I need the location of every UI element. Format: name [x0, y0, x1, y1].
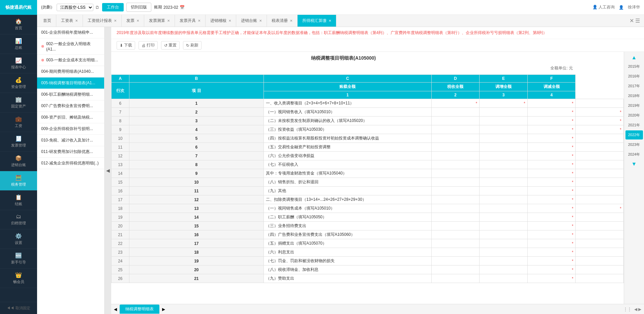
sidebar-item-ledger[interactable]: 📊总账: [0, 34, 37, 54]
year-nav-down[interactable]: ▼: [630, 160, 638, 168]
val-c2-3[interactable]: [480, 117, 528, 125]
year-item-2018[interactable]: 2018年: [625, 91, 643, 100]
val-c2-14[interactable]: [480, 213, 528, 222]
val-c4-11[interactable]: [576, 187, 624, 195]
left-panel-item-001[interactable]: 001-企业所得税年度纳税申...: [37, 27, 104, 38]
left-panel-item-006[interactable]: 006-职工薪酬纳税调整明细...: [37, 89, 104, 100]
close-all-icon[interactable]: ✕: [630, 18, 634, 24]
table-wrap[interactable]: 纳税调整项目明细表(A105000)全额单位: 元 A B C D E F 行次…: [111, 52, 624, 304]
horizontal-scroll[interactable]: ◀ ▶: [634, 307, 641, 312]
year-item-2016[interactable]: 2016年: [625, 72, 643, 81]
bottom-tab-active[interactable]: 纳税调整明细表: [120, 305, 159, 314]
item-text-19[interactable]: （七）罚金、罚款和被没收财物的损失: [264, 257, 431, 265]
item-text-11[interactable]: （九）其他: [264, 187, 431, 195]
tab-6[interactable]: 进销稽核✕: [206, 15, 236, 27]
tab-1[interactable]: 工资表✕: [56, 15, 83, 27]
val-c4-18[interactable]: [576, 248, 624, 257]
val-c2-7[interactable]: [480, 152, 528, 160]
val-c4-16[interactable]: [576, 230, 624, 239]
val-c2-20[interactable]: [480, 265, 528, 274]
val-c2-4[interactable]: [480, 125, 528, 134]
item-text-12[interactable]: 二、扣除类调整项目（13+14+...24+26+27+28+29+30）: [264, 195, 431, 204]
item-text-13[interactable]: （一）视同销售成本（填写A105010）: [264, 204, 431, 213]
user-name[interactable]: 徐泽华: [628, 4, 640, 10]
val-c4-20[interactable]: [576, 265, 624, 274]
service-btn[interactable]: 👤 人工咨询: [592, 4, 615, 10]
val-c4-3[interactable]: *: [576, 117, 624, 125]
collapse-button[interactable]: ◀: [104, 27, 111, 314]
val-c3-2[interactable]: *: [527, 108, 576, 117]
val-c3-4[interactable]: *: [527, 125, 576, 134]
val-c1-9[interactable]: [431, 169, 480, 178]
val-c4-8[interactable]: [576, 160, 624, 169]
val-c4-5[interactable]: [576, 134, 624, 143]
val-c3-17[interactable]: *: [527, 239, 576, 248]
val-c3-6[interactable]: *: [527, 143, 576, 152]
val-c3-7[interactable]: *: [527, 152, 576, 160]
tab-5[interactable]: 发票开具✕: [175, 15, 206, 27]
item-text-18[interactable]: （六）利息支出: [264, 248, 431, 257]
item-text-21[interactable]: （九）赞助支出: [264, 274, 431, 283]
item-text-1[interactable]: 一、收入类调整项目（2+3+4+5+6+7+8+10+11）: [264, 99, 431, 108]
val-c1-8[interactable]: [431, 160, 480, 169]
tab-close-2[interactable]: ✕: [114, 19, 117, 23]
val-c3-10[interactable]: *: [527, 178, 576, 187]
year-item-2022[interactable]: 2022年: [625, 130, 643, 139]
val-c4-10[interactable]: [576, 178, 624, 187]
val-c4-17[interactable]: [576, 239, 624, 248]
year-item-2020[interactable]: 2020年: [625, 111, 643, 120]
year-nav-up[interactable]: ▲: [630, 53, 638, 62]
val-c4-7[interactable]: [576, 152, 624, 160]
val-c1-11[interactable]: [431, 187, 480, 195]
val-c1-14[interactable]: [431, 213, 480, 222]
val-c4-6[interactable]: [576, 143, 624, 152]
val-c1-19[interactable]: [431, 257, 480, 265]
tab-close-6[interactable]: ✕: [228, 19, 231, 23]
sidebar-item-closing[interactable]: 📋结账: [0, 191, 37, 210]
left-panel-item-009[interactable]: 009-企业所得税弥补亏损明...: [37, 123, 104, 135]
item-text-14[interactable]: （二）职工薪酬（填写A105050）: [264, 213, 431, 222]
item-text-17[interactable]: （五）捐赠支出（填写A105070）: [264, 239, 431, 248]
val-c3-12[interactable]: *: [527, 195, 576, 204]
val-c3-18[interactable]: *: [527, 248, 576, 257]
val-c1-10[interactable]: [431, 178, 480, 187]
val-c2-17[interactable]: [480, 239, 528, 248]
val-c2-16[interactable]: [480, 230, 528, 239]
val-c1-5[interactable]: [431, 134, 480, 143]
left-panel-item-008[interactable]: 008-资产折旧、摊销及纳税...: [37, 112, 104, 123]
sidebar-item-invoice[interactable]: 🧾发票管理: [0, 132, 37, 152]
val-c1-6[interactable]: [431, 143, 480, 152]
val-c2-10[interactable]: [480, 178, 528, 187]
val-c1-15[interactable]: [431, 222, 480, 230]
val-c3-11[interactable]: *: [527, 187, 576, 195]
year-item-2017[interactable]: 2017年: [625, 82, 643, 91]
year-item-2015[interactable]: 2015年: [625, 62, 643, 71]
val-c1-7[interactable]: [431, 152, 480, 160]
print-button[interactable]: 🖨 打印: [139, 41, 158, 50]
year-item-2024[interactable]: 2024年: [625, 150, 643, 159]
val-c3-19[interactable]: *: [527, 257, 576, 265]
bottom-nav-left[interactable]: ◀: [114, 307, 117, 312]
download-button[interactable]: ⬇ 下载: [117, 41, 135, 50]
item-text-2[interactable]: （一）视同销售收入（填写A105010）: [264, 108, 431, 117]
tab-close-3[interactable]: ✕: [136, 19, 139, 23]
item-text-6[interactable]: （五）交易性金融资产初始投资调整: [264, 143, 431, 152]
sidebar-item-salary[interactable]: 💼工资: [0, 113, 37, 132]
left-panel-item-005[interactable]: 005-纳税调整项目明细表(A1...: [37, 77, 104, 89]
sidebar-item-settings[interactable]: ⚙️设置: [0, 229, 37, 249]
tab-close-5[interactable]: ✕: [198, 19, 201, 23]
year-item-2021[interactable]: 2021年: [625, 121, 643, 130]
val-c2-9[interactable]: [480, 169, 528, 178]
val-c4-21[interactable]: [576, 274, 624, 283]
val-c3-8[interactable]: *: [527, 160, 576, 169]
tab-close-9[interactable]: ✕: [329, 19, 331, 23]
left-panel-item-004[interactable]: 004-期间费用明细表(A1040...: [37, 66, 104, 77]
val-c4-4[interactable]: *: [576, 125, 624, 134]
val-c4-15[interactable]: [576, 222, 624, 230]
val-c1-3[interactable]: [431, 117, 480, 125]
sidebar-item-archive[interactable]: 🗂归档管理: [0, 210, 37, 229]
year-item-2023[interactable]: 2023年: [625, 140, 643, 149]
item-text-20[interactable]: （八）税收滞纳金、加收利息: [264, 265, 431, 274]
val-c3-15[interactable]: *: [527, 222, 576, 230]
item-text-3[interactable]: （二）未按权责发生制原则确认的收入（填写A105020）: [264, 117, 431, 125]
